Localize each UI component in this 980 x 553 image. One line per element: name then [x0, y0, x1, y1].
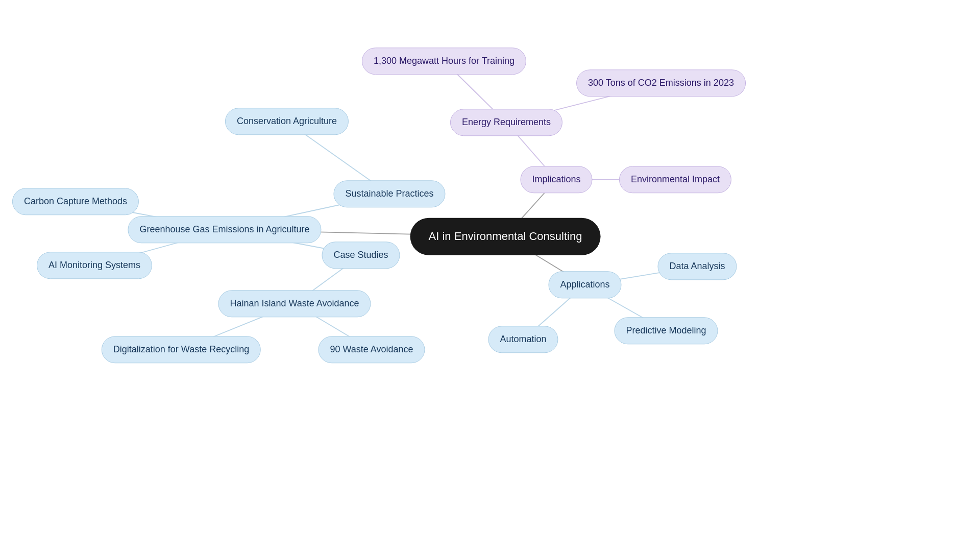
node-greenhouse[interactable]: Greenhouse Gas Emissions in Agriculture — [128, 216, 321, 243]
node-co2[interactable]: 300 Tons of CO2 Emissions in 2023 — [576, 69, 746, 97]
connections-svg — [0, 0, 980, 553]
node-carbonCapture[interactable]: Carbon Capture Methods — [12, 188, 139, 215]
node-center[interactable]: AI in Environmental Consulting — [410, 218, 601, 255]
node-applications[interactable]: Applications — [548, 271, 621, 298]
node-implications[interactable]: Implications — [520, 166, 592, 193]
node-hainan[interactable]: Hainan Island Waste Avoidance — [218, 290, 371, 317]
node-aiMonitoring[interactable]: AI Monitoring Systems — [37, 252, 152, 279]
node-envImpact[interactable]: Environmental Impact — [619, 166, 731, 193]
node-predictive[interactable]: Predictive Modeling — [614, 317, 718, 344]
node-automation[interactable]: Automation — [488, 326, 558, 353]
node-energyReq[interactable]: Energy Requirements — [450, 109, 562, 136]
node-waste90[interactable]: 90 Waste Avoidance — [318, 336, 425, 363]
node-megawatt[interactable]: 1,300 Megawatt Hours for Training — [362, 47, 526, 75]
node-dataAnalysis[interactable]: Data Analysis — [657, 253, 737, 280]
node-conservation[interactable]: Conservation Agriculture — [225, 108, 349, 135]
node-caseStudies[interactable]: Case Studies — [322, 242, 400, 269]
node-sustainable[interactable]: Sustainable Practices — [333, 180, 445, 207]
mindmap-canvas: AI in Environmental ConsultingGreenhouse… — [0, 0, 980, 553]
node-digitalization[interactable]: Digitalization for Waste Recycling — [102, 336, 261, 363]
